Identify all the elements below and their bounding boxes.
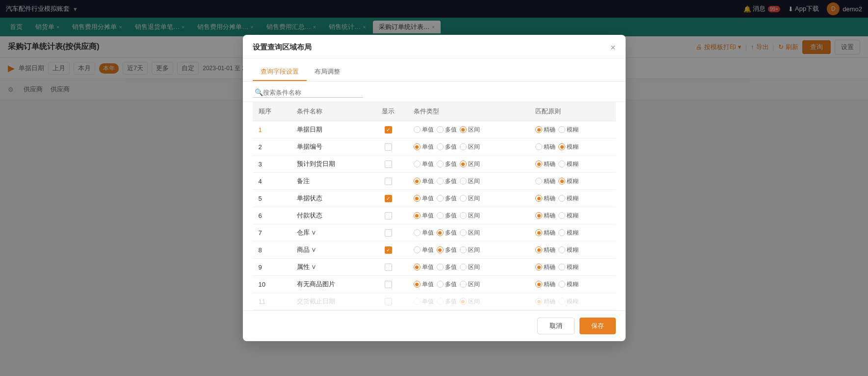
- search-input[interactable]: [263, 89, 361, 96]
- dialog: 设置查询区域布局 × 查询字段设置 布局调整 🔍 顺序: [243, 35, 626, 100]
- overlay: 设置查询区域布局 × 查询字段设置 布局调整 🔍 顺序: [0, 0, 868, 100]
- search-icon: 🔍: [255, 88, 263, 96]
- dialog-title: 设置查询区域布局: [253, 43, 312, 52]
- tab-fields[interactable]: 查询字段设置: [253, 63, 307, 81]
- dialog-search-area: 🔍: [243, 81, 626, 100]
- tab-layout[interactable]: 布局调整: [307, 63, 348, 81]
- dialog-tabs: 查询字段设置 布局调整: [243, 58, 626, 81]
- dialog-header: 设置查询区域布局 ×: [243, 35, 626, 58]
- dialog-close-button[interactable]: ×: [610, 43, 616, 52]
- search-underline: 🔍: [253, 87, 363, 98]
